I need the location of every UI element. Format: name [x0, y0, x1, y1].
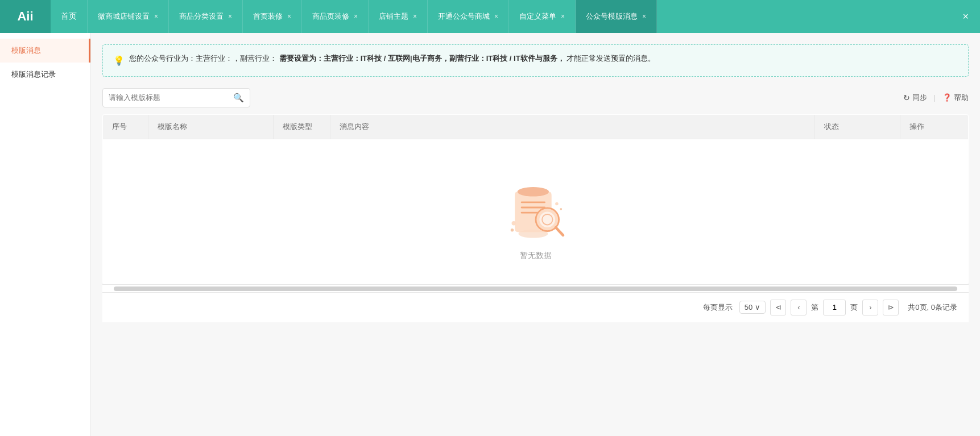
app-logo: Aii	[0, 0, 51, 33]
horizontal-scrollbar[interactable]	[102, 284, 969, 292]
nav-tabs-container: 首页 微商城店铺设置 × 商品分类设置 × 首页装修 × 商品页装修 × 店铺主…	[51, 0, 951, 33]
nav-tab-open-mall[interactable]: 开通公众号商城 ×	[428, 0, 509, 33]
close-tab-product-decor[interactable]: ×	[354, 13, 358, 20]
col-header-index: 序号	[103, 114, 148, 139]
notice-icon: 💡	[113, 53, 125, 68]
close-tab-home-decor[interactable]: ×	[287, 13, 291, 20]
empty-illustration	[502, 173, 570, 242]
page-number-input[interactable]	[823, 300, 846, 315]
nav-tab-home[interactable]: 首页	[51, 0, 88, 33]
page-label-pre: 第	[811, 302, 818, 313]
empty-text: 暂无数据	[520, 251, 552, 261]
empty-state-row: 暂无数据	[103, 139, 969, 284]
toolbar: 🔍 ↻ 同步 | ❓ 帮助	[102, 88, 969, 107]
nav-tab-product-decor[interactable]: 商品页装修 ×	[302, 0, 369, 33]
svg-point-11	[555, 202, 559, 205]
close-tab-open-mall[interactable]: ×	[494, 13, 498, 20]
page-size-label: 每页显示	[703, 302, 733, 313]
page-label-post: 页	[850, 302, 858, 313]
svg-point-1	[517, 187, 548, 197]
last-page-button[interactable]: ⊳	[883, 300, 899, 315]
nav-tab-shop-theme[interactable]: 店铺主题 ×	[369, 0, 428, 33]
sidebar-item-template-msg[interactable]: 模版消息	[0, 39, 90, 63]
sidebar: 模版消息 模版消息记录	[0, 33, 91, 436]
search-input[interactable]	[109, 93, 233, 102]
svg-point-10	[510, 229, 514, 232]
close-tab-custom-menu[interactable]: ×	[561, 13, 565, 20]
toolbar-divider: |	[934, 93, 936, 102]
search-icon[interactable]: 🔍	[233, 93, 244, 103]
svg-point-12	[560, 208, 562, 210]
main-layout: 模版消息 模版消息记录 💡 您的公众号行业为：主营行业：，副营行业： 需要设置为…	[0, 33, 980, 436]
svg-point-9	[511, 221, 515, 225]
col-header-action: 操作	[900, 114, 969, 139]
nav-tab-custom-menu[interactable]: 自定义菜单 ×	[509, 0, 576, 33]
toolbar-right: ↻ 同步 | ❓ 帮助	[903, 93, 969, 103]
col-header-type: 模版类型	[274, 114, 330, 139]
close-tab-shop-settings[interactable]: ×	[154, 13, 158, 20]
prev-page-button[interactable]: ‹	[791, 300, 807, 315]
svg-line-7	[556, 227, 563, 235]
scrollbar-track	[114, 286, 957, 291]
nav-tab-shop-settings[interactable]: 微商城店铺设置 ×	[88, 0, 169, 33]
first-page-button[interactable]: ⊲	[770, 300, 786, 315]
empty-state: 暂无数据	[103, 139, 968, 284]
close-tab-category-settings[interactable]: ×	[228, 13, 232, 20]
help-button[interactable]: ❓ 帮助	[942, 93, 969, 103]
page-total: 共0页, 0条记录	[908, 302, 957, 313]
top-navigation: Aii 首页 微商城店铺设置 × 商品分类设置 × 首页装修 × 商品页装修 ×…	[0, 0, 980, 33]
table-header-row: 序号 模版名称 模版类型 消息内容 状态 操作	[103, 114, 969, 139]
col-header-content: 消息内容	[330, 114, 815, 139]
col-header-name: 模版名称	[148, 114, 274, 139]
page-size-select[interactable]: 50 ∨	[739, 301, 766, 314]
data-table: 序号 模版名称 模版类型 消息内容 状态 操作	[102, 114, 969, 284]
notice-box: 💡 您的公众号行业为：主营行业：，副营行业： 需要设置为：主营行业：IT科技 /…	[102, 44, 969, 77]
close-tab-template-msg[interactable]: ×	[642, 13, 646, 20]
search-box: 🔍	[102, 88, 250, 107]
sidebar-item-template-record[interactable]: 模版消息记录	[0, 63, 90, 86]
sync-button[interactable]: ↻ 同步	[903, 93, 927, 103]
main-content: 💡 您的公众号行业为：主营行业：，副营行业： 需要设置为：主营行业：IT科技 /…	[91, 33, 980, 436]
chevron-down-icon: ∨	[755, 303, 760, 312]
pagination: 每页显示 50 ∨ ⊲ ‹ 第 页 › ⊳ 共0页, 0条记录	[102, 292, 969, 322]
close-all-tabs-button[interactable]: ×	[951, 11, 980, 23]
next-page-button[interactable]: ›	[862, 300, 878, 315]
nav-tab-category-settings[interactable]: 商品分类设置 ×	[169, 0, 243, 33]
close-tab-shop-theme[interactable]: ×	[413, 13, 417, 20]
nav-tab-template-msg[interactable]: 公众号模版消息 ×	[576, 0, 657, 33]
help-icon: ❓	[942, 93, 952, 102]
nav-tab-home-decor[interactable]: 首页装修 ×	[243, 0, 302, 33]
sync-icon: ↻	[903, 93, 910, 102]
col-header-status: 状态	[815, 114, 900, 139]
